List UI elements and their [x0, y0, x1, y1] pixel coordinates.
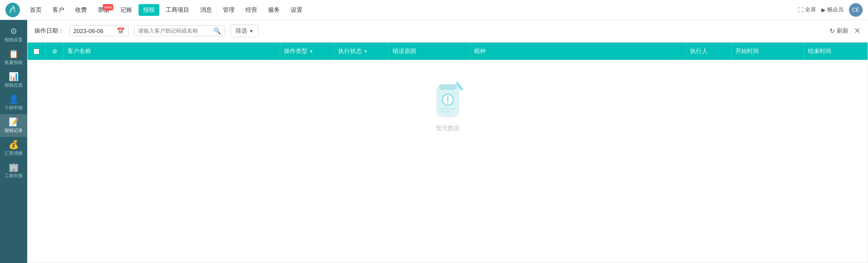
svg-point-0: [5, 3, 20, 17]
select-all-checkbox[interactable]: [34, 49, 39, 54]
refresh-label: 刷新: [837, 27, 849, 35]
main-layout: ⚙报税设置📋批量报税📊报税总览👤个税申报📝报税记录💰汇算清缴🏢工商年报 操作日期…: [0, 20, 868, 263]
filter-button[interactable]: 筛选 ▼: [230, 24, 259, 37]
fullscreen-icon: ⛶: [798, 7, 803, 13]
date-label: 操作日期：: [34, 27, 64, 35]
sort-operation-type-icon: ▼: [309, 49, 314, 54]
fullscreen-label: 全屏: [805, 6, 816, 14]
table-container: ⚙ 客户名称 操作类型 ▼ 执行状态 ▼ 错误原因 税种: [27, 42, 868, 263]
column-checkbox[interactable]: [28, 43, 46, 60]
refresh-icon: ↻: [830, 27, 835, 34]
chevron-down-icon: ▼: [249, 29, 254, 34]
svg-rect-4: [439, 84, 457, 90]
sidebar: ⚙报税设置📋批量报税📊报税总览👤个税申报📝报税记录💰汇算清缴🏢工商年报: [0, 20, 27, 263]
nav-items: 首页客户收费票据new记账报税工商项目消息管理经营服务设置: [25, 4, 798, 16]
empty-illustration: [430, 78, 466, 119]
column-error-reason: 错误原因: [389, 43, 470, 60]
member-button[interactable]: ▶ 畅会员: [821, 6, 844, 14]
nav-item-首页[interactable]: 首页: [25, 4, 46, 16]
fullscreen-button[interactable]: ⛶ 全屏: [798, 6, 816, 14]
avatar[interactable]: CE: [849, 3, 863, 17]
top-nav-right: ⛶ 全屏 ▶ 畅会员 CE: [798, 3, 863, 17]
svg-point-7: [447, 102, 448, 104]
sidebar-item-汇算清缴[interactable]: 💰汇算清缴: [0, 137, 27, 160]
search-input[interactable]: [138, 28, 211, 34]
sidebar-label-汇算清缴: 汇算清缴: [5, 151, 23, 156]
sidebar-label-批量报税: 批量报税: [5, 60, 23, 65]
member-icon: ▶: [821, 7, 825, 13]
sidebar-icon-批量报税: 📋: [9, 50, 19, 58]
nav-item-记账[interactable]: 记账: [116, 4, 137, 16]
nav-badge-票据: new: [103, 4, 113, 10]
column-customer-name: 客户名称: [64, 43, 280, 60]
sidebar-item-报税记录[interactable]: 📝报税记录: [0, 114, 27, 137]
toolbar-right: ↻ 刷新 ✕: [830, 27, 861, 35]
column-settings[interactable]: ⚙: [46, 43, 64, 60]
member-label: 畅会员: [827, 6, 844, 14]
nav-item-管理[interactable]: 管理: [218, 4, 239, 16]
sidebar-icon-汇算清缴: 💰: [9, 141, 19, 149]
empty-text: 暂无数据: [436, 124, 460, 132]
nav-item-设置[interactable]: 设置: [286, 4, 307, 16]
top-nav: 首页客户收费票据new记账报税工商项目消息管理经营服务设置 ⛶ 全屏 ▶ 畅会员…: [0, 0, 868, 20]
nav-item-收费[interactable]: 收费: [71, 4, 91, 16]
column-end-time: 结束时间: [804, 43, 868, 60]
column-exec-status[interactable]: 执行状态 ▼: [335, 43, 389, 60]
sidebar-item-工商年报[interactable]: 🏢工商年报: [0, 160, 27, 182]
sidebar-item-报税设置[interactable]: ⚙报税设置: [0, 24, 27, 46]
sidebar-label-报税设置: 报税设置: [5, 37, 23, 43]
sidebar-label-报税总览: 报税总览: [5, 83, 23, 88]
toolbar: 操作日期： 📅 🔍 筛选 ▼ ↻ 刷新 ✕: [27, 20, 868, 42]
sidebar-item-报税总览[interactable]: 📊报税总览: [0, 69, 27, 92]
column-executor: 执行人: [686, 43, 732, 60]
nav-item-报税[interactable]: 报税: [139, 4, 159, 16]
column-tax-type: 税种: [470, 43, 687, 60]
settings-icon: ⚙: [52, 48, 58, 55]
sidebar-item-批量报税[interactable]: 📋批量报税: [0, 46, 27, 69]
content-area: 操作日期： 📅 🔍 筛选 ▼ ↻ 刷新 ✕: [27, 20, 868, 263]
search-wrapper[interactable]: 🔍: [134, 25, 225, 36]
column-start-time: 开始时间: [732, 43, 804, 60]
date-input[interactable]: [73, 28, 114, 34]
sort-exec-status-icon: ▼: [364, 49, 368, 54]
sidebar-label-工商年报: 工商年报: [5, 173, 23, 179]
sidebar-item-个税申报[interactable]: 👤个税申报: [0, 92, 27, 114]
nav-item-经营[interactable]: 经营: [241, 4, 262, 16]
sidebar-label-报税记录: 报税记录: [5, 128, 23, 133]
sidebar-icon-报税总览: 📊: [9, 73, 19, 81]
sidebar-icon-报税记录: 📝: [9, 118, 19, 126]
nav-item-服务[interactable]: 服务: [264, 4, 284, 16]
search-icon[interactable]: 🔍: [213, 27, 221, 34]
nav-item-工商项目[interactable]: 工商项目: [161, 4, 194, 16]
sidebar-icon-工商年报: 🏢: [9, 163, 19, 171]
nav-item-客户[interactable]: 客户: [48, 4, 69, 16]
table-header: ⚙ 客户名称 操作类型 ▼ 执行状态 ▼ 错误原因 税种: [28, 43, 868, 60]
svg-point-10: [438, 114, 458, 117]
sidebar-icon-报税设置: ⚙: [10, 27, 17, 35]
filter-label: 筛选: [235, 27, 247, 35]
empty-state: 暂无数据: [28, 60, 868, 151]
column-operation-type[interactable]: 操作类型 ▼: [280, 43, 335, 60]
close-button[interactable]: ✕: [854, 27, 861, 35]
nav-item-票据[interactable]: 票据new: [93, 4, 114, 16]
refresh-button[interactable]: ↻ 刷新: [830, 27, 849, 35]
date-input-wrapper[interactable]: 📅: [69, 25, 129, 36]
app-logo[interactable]: [5, 3, 20, 17]
sidebar-label-个税申报: 个税申报: [5, 105, 23, 111]
calendar-icon: 📅: [117, 27, 125, 34]
nav-item-消息[interactable]: 消息: [196, 4, 216, 16]
sidebar-icon-个税申报: 👤: [9, 95, 19, 103]
